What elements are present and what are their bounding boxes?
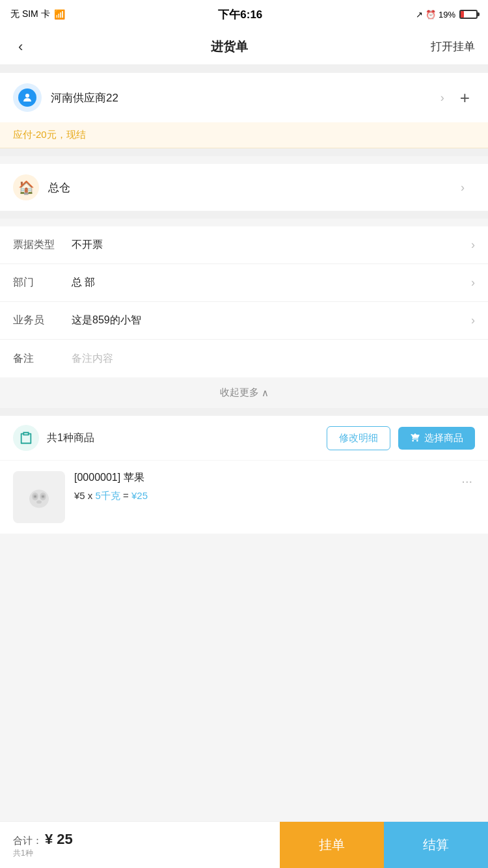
avatar-icon xyxy=(18,88,36,107)
invoice-type-chevron-icon: › xyxy=(471,238,475,252)
equals-sign: = xyxy=(123,490,131,501)
product-header: 共1种商品 修改明细 选择商品 xyxy=(0,416,488,460)
svg-point-9 xyxy=(42,496,44,498)
invoice-type-value: 不开票 xyxy=(72,238,471,252)
remark-value: 备注内容 xyxy=(72,352,475,366)
battery-fill xyxy=(461,11,464,18)
alarm-icon: ⏰ xyxy=(426,10,436,20)
checkout-button[interactable]: 结算 xyxy=(384,822,488,868)
battery-percent: 19% xyxy=(439,10,455,20)
salesperson-value: 这是859的小智 xyxy=(72,314,471,327)
product-price: ¥5 x 5千克 = ¥25 xyxy=(74,490,450,502)
cart-icon xyxy=(410,432,420,444)
department-chevron-icon: › xyxy=(471,276,475,290)
select-product-label: 选择商品 xyxy=(424,432,463,444)
edit-detail-button[interactable]: 修改明细 xyxy=(327,426,390,450)
nav-bar: ‹ 进货单 打开挂单 xyxy=(0,29,488,65)
svg-point-10 xyxy=(36,500,42,504)
collapse-row[interactable]: 收起更多 ∧ xyxy=(0,377,488,408)
product-thumbnail xyxy=(13,471,65,523)
svg-point-3 xyxy=(29,490,49,508)
supplier-chevron-icon: › xyxy=(441,91,444,105)
divider-4 xyxy=(0,408,488,416)
quantity: 5千克 xyxy=(96,490,120,501)
department-value: 总 部 xyxy=(72,276,471,290)
product-count-label: 共1种商品 xyxy=(47,431,319,445)
open-hang-button[interactable]: 打开挂单 xyxy=(431,39,475,54)
product-bag-icon xyxy=(13,425,39,451)
total-section: 合计： ¥ 25 共1种 xyxy=(0,822,280,868)
product-more-button[interactable]: ··· xyxy=(459,471,475,491)
salesperson-label: 业务员 xyxy=(13,314,72,327)
remark-row[interactable]: 备注 备注内容 xyxy=(0,340,488,377)
location-icon: ↗ xyxy=(416,10,423,20)
product-name: [0000001] 苹果 xyxy=(74,471,450,485)
supplier-row[interactable]: 河南供应商22 › + xyxy=(0,73,488,122)
form-section: 票据类型 不开票 › 部门 总 部 › 业务员 这是859的小智 › 备注 备注… xyxy=(0,226,488,377)
warehouse-chevron-icon: › xyxy=(461,181,465,195)
bottom-bar: 合计： ¥ 25 共1种 挂单 结算 xyxy=(0,821,488,868)
product-card: [0000001] 苹果 ¥5 x 5千克 = ¥25 ··· xyxy=(0,461,488,534)
invoice-type-label: 票据类型 xyxy=(13,238,72,252)
unit-price: ¥5 x xyxy=(74,490,96,501)
total-label: 合计： xyxy=(13,835,42,847)
status-time: 下午6:16 xyxy=(218,7,262,22)
department-row[interactable]: 部门 总 部 › xyxy=(0,264,488,302)
total-count: 共1种 xyxy=(13,848,267,859)
svg-point-0 xyxy=(25,94,29,98)
carrier-text: 无 SIM 卡 xyxy=(10,8,50,20)
warehouse-name: 总仓 xyxy=(48,180,461,195)
line-total: ¥25 xyxy=(131,490,148,501)
bottom-spacer xyxy=(0,534,488,580)
remark-label: 备注 xyxy=(13,352,72,366)
add-supplier-button[interactable]: + xyxy=(455,85,475,111)
wifi-icon: 📶 xyxy=(54,9,65,20)
divider-1 xyxy=(0,65,488,73)
supplier-name: 河南供应商22 xyxy=(51,90,441,105)
divider-3 xyxy=(0,211,488,219)
supplier-avatar xyxy=(13,83,42,112)
collapse-label: 收起更多 xyxy=(220,387,259,399)
invoice-type-row[interactable]: 票据类型 不开票 › xyxy=(0,226,488,264)
salesperson-row[interactable]: 业务员 这是859的小智 › xyxy=(0,302,488,340)
payment-notice: 应付-20元，现结 xyxy=(0,122,488,148)
collapse-icon: ∧ xyxy=(262,387,269,399)
battery-icon xyxy=(459,10,478,19)
product-code: [0000001] xyxy=(74,472,124,483)
back-button[interactable]: ‹ xyxy=(13,33,28,61)
status-right: ↗ ⏰ 19% xyxy=(416,10,478,20)
status-bar: 无 SIM 卡 📶 下午6:16 ↗ ⏰ 19% xyxy=(0,0,488,29)
warehouse-row[interactable]: 🏠 总仓 › xyxy=(0,164,488,211)
supplier-section: 河南供应商22 › + 应付-20元，现结 xyxy=(0,73,488,148)
product-info: [0000001] 苹果 ¥5 x 5千克 = ¥25 xyxy=(74,471,450,502)
total-amount: ¥ 25 xyxy=(45,831,73,848)
salesperson-chevron-icon: › xyxy=(471,314,475,327)
hang-order-button[interactable]: 挂单 xyxy=(280,822,384,868)
select-product-button[interactable]: 选择商品 xyxy=(398,427,475,450)
warehouse-icon: 🏠 xyxy=(13,174,39,200)
product-title: 苹果 xyxy=(124,472,144,483)
status-left: 无 SIM 卡 📶 xyxy=(10,8,65,20)
department-label: 部门 xyxy=(13,276,72,290)
page-title: 进货单 xyxy=(211,38,248,55)
svg-point-8 xyxy=(34,496,36,498)
divider-2 xyxy=(0,148,488,156)
